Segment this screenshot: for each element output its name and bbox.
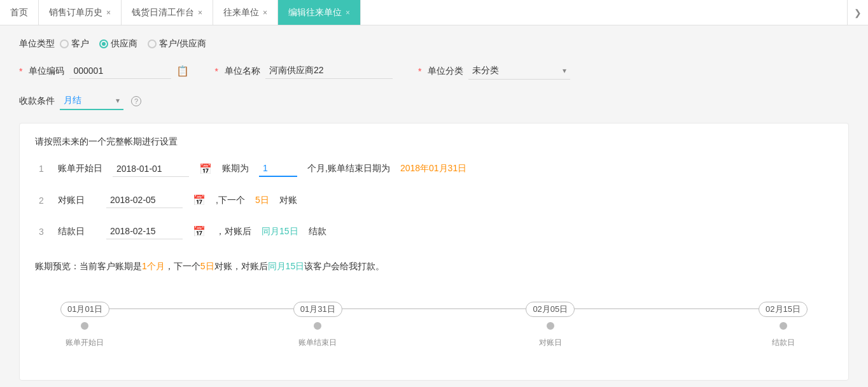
- timeline-node-2: 02月05日 对账日: [526, 302, 575, 348]
- timeline-badge-0: 01月01日: [60, 302, 109, 317]
- settings-panel: 请按照未来的一个完整帐期进行设置 1 账单开始日 📅 账期为 个月,账单结束日期…: [19, 123, 849, 381]
- chevron-right-icon: ❯: [854, 8, 862, 18]
- row-num-1: 1: [35, 164, 48, 174]
- tab-home-label: 首页: [10, 7, 28, 18]
- reconcile-desc-pre: ,下一个: [216, 195, 245, 206]
- radio-both-label: 客户/供应商: [159, 38, 206, 50]
- timeline-node-3: 02月15日 结款日: [759, 302, 808, 348]
- tab-cash-work-close[interactable]: ×: [198, 8, 202, 17]
- reconcile-desc-post: 对账: [279, 195, 297, 206]
- period-input[interactable]: [259, 160, 297, 177]
- radio-supplier[interactable]: 供应商: [99, 38, 137, 50]
- preview-label: 账期预览：当前客户账期是: [35, 261, 142, 271]
- category-dropdown-arrow-icon: ▾: [563, 66, 566, 75]
- row-label-3: 结款日: [58, 226, 96, 237]
- timeline-label-2: 对账日: [539, 337, 562, 348]
- config-row-3: 3 结款日 📅 ，对账后同月15日结款: [35, 223, 833, 239]
- preview-sep2: 对账，对账后: [214, 261, 268, 271]
- timeline-badge-3: 02月15日: [759, 302, 808, 317]
- tab-sales-history[interactable]: 销售订单历史 ×: [39, 0, 122, 25]
- timeline-dot-3: [780, 322, 787, 330]
- tab-edit-partner[interactable]: 编辑往来单位 ×: [278, 0, 361, 25]
- tab-sales-history-label: 销售订单历史: [49, 7, 102, 18]
- panel-title: 请按照未来的一个完整帐期进行设置: [35, 136, 833, 148]
- timeline-date-1: 01月31日: [300, 304, 335, 314]
- row-num-2: 2: [35, 195, 48, 206]
- condition-select[interactable]: 月结 ▾: [60, 92, 123, 110]
- tab-cash-work-label: 钱货日清工作台: [132, 7, 194, 18]
- timeline-date-2: 02月05日: [533, 304, 568, 314]
- unit-name-input[interactable]: [265, 63, 393, 79]
- timeline-badge-2: 02月05日: [526, 302, 575, 317]
- code-required-star: *: [19, 66, 22, 76]
- start-date-input[interactable]: [113, 161, 189, 177]
- payment-highlight: 同月15日: [262, 226, 298, 237]
- tab-cash-work[interactable]: 钱货日清工作台 ×: [122, 0, 213, 25]
- tab-partners-label: 往来单位: [223, 7, 259, 18]
- reconcile-date-calendar-icon[interactable]: 📅: [193, 194, 206, 206]
- tab-bar: 首页 销售订单历史 × 钱货日清工作台 × 往来单位 × 编辑往来单位 × ❯: [0, 0, 868, 25]
- tab-edit-partner-close[interactable]: ×: [346, 8, 350, 17]
- category-required-star: *: [418, 66, 421, 76]
- preview-sep1: ，下一个: [165, 261, 200, 271]
- payment-desc-pre: ，对账后: [216, 226, 251, 237]
- main-content: 单位类型 客户 供应商 客户/供应商 * 单位编码: [0, 25, 868, 387]
- unit-code-field: * 单位编码 📋: [19, 63, 189, 79]
- timeline-node-0: 01月01日 账单开始日: [60, 302, 109, 348]
- condition-help-icon[interactable]: ?: [131, 96, 141, 106]
- period-end-date: 2018年01月31日: [400, 163, 466, 174]
- timeline-date-0: 01月01日: [67, 304, 102, 314]
- timeline-node-1: 01月31日 账单结束日: [293, 302, 342, 348]
- timeline-dots: 01月01日 账单开始日 01月31日 账单结束日 02月05日: [60, 302, 808, 348]
- payment-date-calendar-icon[interactable]: 📅: [193, 225, 206, 237]
- tab-partners[interactable]: 往来单位 ×: [213, 0, 278, 25]
- tab-more-arrow[interactable]: ❯: [847, 0, 868, 25]
- unit-code-input[interactable]: [69, 63, 171, 79]
- condition-label: 收款条件: [19, 95, 55, 107]
- reconcile-date-input[interactable]: [106, 192, 183, 208]
- unit-code-label: 单位编码: [29, 66, 64, 77]
- config-row-2: 2 对账日 📅 ,下一个5日对账: [35, 192, 833, 208]
- unit-type-field: 单位类型 客户 供应商 客户/供应商: [19, 38, 206, 50]
- tab-partners-close[interactable]: ×: [263, 8, 267, 17]
- row-num-3: 3: [35, 227, 48, 237]
- unit-category-value: 未分类: [472, 65, 499, 76]
- unit-category-field: * 单位分类 未分类 ▾: [418, 62, 570, 80]
- name-required-star: *: [214, 66, 218, 76]
- timeline-label-0: 账单开始日: [66, 337, 104, 348]
- tab-sales-history-close[interactable]: ×: [106, 8, 111, 17]
- config-row-1: 1 账单开始日 📅 账期为 个月,账单结束日期为 2018年01月31日: [35, 160, 833, 177]
- payment-date-input[interactable]: [106, 223, 183, 239]
- radio-customer-circle: [60, 39, 69, 48]
- preview-text: 账期预览：当前客户账期是1个月，下一个5日对账，对账后同月15日该客户会给我打款…: [35, 255, 833, 279]
- timeline-badge-1: 01月31日: [293, 302, 342, 317]
- preview-reconcile: 5日: [200, 261, 214, 271]
- radio-customer[interactable]: 客户: [60, 38, 89, 50]
- start-date-calendar-icon[interactable]: 📅: [199, 163, 212, 175]
- timeline-label-1: 账单结束日: [298, 337, 337, 348]
- unit-name-label: 单位名称: [225, 66, 260, 77]
- tab-edit-partner-label: 编辑往来单位: [288, 7, 342, 18]
- condition-row: 收款条件 月结 ▾ ?: [19, 92, 849, 110]
- radio-both[interactable]: 客户/供应商: [148, 38, 206, 50]
- unit-type-row: 单位类型 客户 供应商 客户/供应商: [19, 38, 849, 50]
- timeline-label-3: 结款日: [772, 337, 795, 348]
- period-desc-mid: 个月,账单结束日期为: [307, 163, 390, 174]
- payment-desc-post: 结款: [309, 226, 326, 237]
- condition-value: 月结: [64, 95, 81, 106]
- preview-suffix: 该客户会给我打款。: [304, 261, 384, 271]
- preview-period: 1个月: [142, 261, 165, 271]
- timeline-dot-1: [314, 322, 321, 330]
- unit-category-select[interactable]: 未分类 ▾: [468, 62, 570, 80]
- radio-customer-label: 客户: [71, 38, 89, 50]
- unit-name-field: * 单位名称: [214, 63, 392, 79]
- period-desc-pre: 账期为: [222, 163, 249, 174]
- code-calendar-icon[interactable]: 📋: [176, 65, 189, 77]
- condition-dropdown-arrow-icon: ▾: [116, 96, 120, 105]
- timeline-dot-0: [81, 322, 88, 330]
- timeline-dot-2: [547, 322, 554, 330]
- unit-type-radio-group: 客户 供应商 客户/供应商: [60, 38, 206, 50]
- timeline-container: 01月01日 账单开始日 01月31日 账单结束日 02月05日: [35, 289, 833, 367]
- reconcile-highlight: 5日: [255, 195, 269, 206]
- tab-home[interactable]: 首页: [0, 0, 39, 25]
